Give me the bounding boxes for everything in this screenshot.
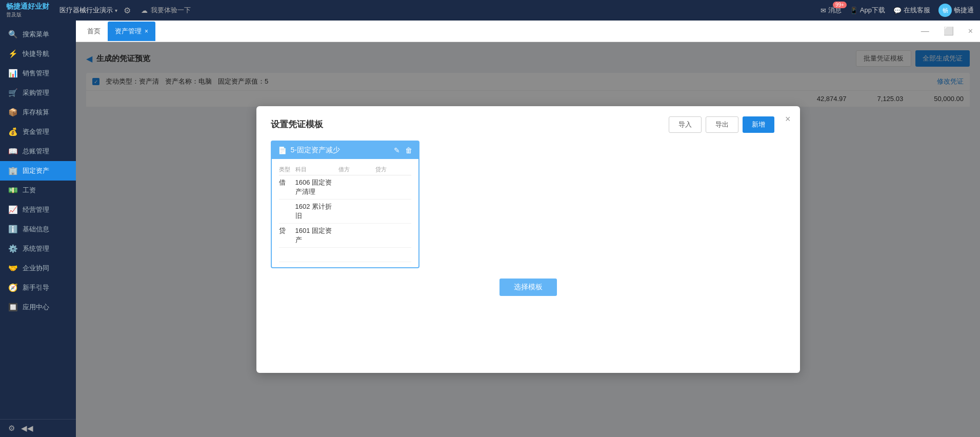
sales-icon: 📊 <box>8 69 17 78</box>
row2-debit <box>338 202 374 221</box>
window-maximize-button[interactable]: ⬜ <box>936 23 961 39</box>
company-dropdown-arrow: ▾ <box>115 8 117 13</box>
modal-overlay: 设置凭证模板 导入 导出 新增 × 📄 5-固定资产减少 <box>76 42 980 437</box>
messages-badge: 99+ <box>833 2 847 8</box>
template-card: 📄 5-固定资产减少 ✎ 🗑 类型 <box>271 141 419 268</box>
app-logo: 畅捷通好业财 普及版 <box>6 2 49 18</box>
online-service-label: 在线客服 <box>904 6 930 15</box>
modal-close-button[interactable]: × <box>785 114 791 124</box>
sidebar-item-label-search: 搜索菜单 <box>23 30 49 39</box>
app-center-icon: 🔲 <box>8 303 17 312</box>
app-download-button[interactable]: 📱 App下载 <box>850 6 885 15</box>
template-row-2: 1602 累计折旧 <box>279 200 411 224</box>
sidebar-item-label-system: 系统管理 <box>23 244 49 253</box>
sidebar-item-app-center[interactable]: 🔲 应用中心 <box>0 297 76 317</box>
tab-home[interactable]: 首页 <box>80 22 108 41</box>
sidebar-item-search[interactable]: 🔍 搜索菜单 <box>0 25 76 44</box>
tab-close-icon[interactable]: × <box>145 28 148 35</box>
quick-nav-icon: ⚡ <box>8 49 17 58</box>
col-type: 类型 <box>279 166 294 173</box>
row2-credit <box>375 202 411 221</box>
sidebar-item-sales[interactable]: 📊 销售管理 <box>0 64 76 83</box>
system-icon: ⚙️ <box>8 244 17 253</box>
col-credit: 贷方 <box>375 166 411 173</box>
app-wrapper: 畅捷通好业财 普及版 医疗器械行业演示 ▾ ⚙ ☁ 我要体验一下 ✉ 消息 99… <box>0 0 980 437</box>
content-main: ◀ 生成的凭证预览 批量凭证模板 全部生成凭证 ✓ 变动类型：资产清 资产名称：… <box>76 42 980 437</box>
row3-account: 1601 固定资产 <box>295 226 337 245</box>
template-card-body: 类型 科目 借方 贷方 借 1606 固定资产清理 <box>272 159 418 267</box>
sidebar-item-payroll[interactable]: 💵 工资 <box>0 181 76 200</box>
sidebar-item-quick-nav[interactable]: ⚡ 快捷导航 <box>0 44 76 64</box>
template-empty-row <box>279 248 411 262</box>
payroll-icon: 💵 <box>8 186 17 195</box>
row2-account: 1602 累计折旧 <box>295 202 337 221</box>
funds-icon: 💰 <box>8 127 17 136</box>
modal-top-actions: 导入 导出 新增 <box>669 116 774 133</box>
sidebar-item-label-payroll: 工资 <box>23 186 36 195</box>
new-template-button[interactable]: 新增 <box>743 116 774 133</box>
service-icon: 💬 <box>893 7 902 14</box>
template-row-3: 贷 1601 固定资产 <box>279 224 411 248</box>
sidebar-item-label-fixed-assets: 固定资产 <box>23 166 49 175</box>
app-download-label: App下载 <box>860 6 885 15</box>
select-template-button[interactable]: 选择模板 <box>499 279 557 296</box>
sidebar-scroll: 🔍 搜索菜单 ⚡ 快捷导航 📊 销售管理 🛒 采购管理 📦 库存核算 💰 资金管… <box>0 21 76 419</box>
sidebar-item-funds[interactable]: 💰 资金管理 <box>0 122 76 142</box>
download-icon: 📱 <box>850 7 858 14</box>
ledger-icon: 📖 <box>8 147 17 156</box>
try-label: 我要体验一下 <box>151 6 191 15</box>
sidebar-top: 🔍 搜索菜单 ⚡ 快捷导航 📊 销售管理 🛒 采购管理 📦 库存核算 💰 资金管… <box>0 21 76 321</box>
template-card-header: 📄 5-固定资产减少 ✎ 🗑 <box>272 142 418 159</box>
sidebar-item-label-operations: 经营管理 <box>23 205 49 214</box>
row1-account: 1606 固定资产清理 <box>295 178 337 196</box>
voucher-template-modal: 设置凭证模板 导入 导出 新增 × 📄 5-固定资产减少 <box>256 106 800 373</box>
template-delete-icon[interactable]: 🗑 <box>405 146 412 154</box>
sidebar-item-inventory[interactable]: 📦 库存核算 <box>0 103 76 122</box>
online-service-button[interactable]: 💬 在线客服 <box>893 6 930 15</box>
sidebar: 🔍 搜索菜单 ⚡ 快捷导航 📊 销售管理 🛒 采购管理 📦 库存核算 💰 资金管… <box>0 21 76 437</box>
sidebar-item-fixed-assets[interactable]: 🏢 固定资产 <box>0 161 76 181</box>
row3-debit <box>338 226 374 245</box>
sidebar-item-guide[interactable]: 🧭 新手引导 <box>0 278 76 297</box>
sidebar-item-operations[interactable]: 📈 经营管理 <box>0 200 76 220</box>
template-edit-icon[interactable]: ✎ <box>394 146 400 154</box>
window-minimize-button[interactable]: — <box>914 23 936 39</box>
messages-button[interactable]: ✉ 消息 99+ <box>821 6 842 15</box>
fixed-assets-icon: 🏢 <box>8 166 17 175</box>
sidebar-item-label-app-center: 应用中心 <box>23 303 49 312</box>
template-name: 5-固定资产减少 <box>291 146 340 155</box>
operations-icon: 📈 <box>8 205 17 214</box>
logo-sub: 普及版 <box>6 11 49 18</box>
row1-debit <box>338 178 374 196</box>
export-button[interactable]: 导出 <box>706 116 738 133</box>
template-doc-icon: 📄 <box>278 146 287 154</box>
sidebar-item-ledger[interactable]: 📖 总账管理 <box>0 142 76 161</box>
import-button[interactable]: 导入 <box>669 116 702 133</box>
content-area: 首页 资产管理 × — ⬜ × ◀ 生成的凭证预览 <box>76 21 980 437</box>
sidebar-item-cooperation[interactable]: 🤝 企业协同 <box>0 259 76 278</box>
sidebar-item-base-info[interactable]: ℹ️ 基础信息 <box>0 220 76 239</box>
collapse-sidebar-icon[interactable]: ◀◀ <box>21 424 33 433</box>
window-close-button[interactable]: × <box>961 23 980 39</box>
company-settings-icon[interactable]: ⚙ <box>124 6 131 15</box>
purchase-icon: 🛒 <box>8 88 17 97</box>
row2-type <box>279 202 294 221</box>
guide-icon: 🧭 <box>8 283 17 292</box>
tab-asset-management-label: 资产管理 <box>115 27 142 36</box>
tab-asset-management[interactable]: 资产管理 × <box>108 22 155 41</box>
inventory-icon: 📦 <box>8 108 17 117</box>
company-selector[interactable]: 医疗器械行业演示 ▾ <box>59 6 117 15</box>
sidebar-item-purchase[interactable]: 🛒 采购管理 <box>0 83 76 103</box>
template-row-1: 借 1606 固定资产清理 <box>279 175 411 200</box>
settings-bottom-icon[interactable]: ⚙ <box>8 424 15 433</box>
search-icon: 🔍 <box>8 30 17 39</box>
sidebar-item-label-inventory: 库存核算 <box>23 108 49 117</box>
try-feature-button[interactable]: ☁ 我要体验一下 <box>141 6 191 15</box>
cloud-icon: ☁ <box>141 7 148 14</box>
sidebar-item-system[interactable]: ⚙️ 系统管理 <box>0 239 76 259</box>
user-profile-button[interactable]: 畅 畅捷通 <box>938 4 974 17</box>
row1-type: 借 <box>279 178 294 196</box>
main-area: 🔍 搜索菜单 ⚡ 快捷导航 📊 销售管理 🛒 采购管理 📦 库存核算 💰 资金管… <box>0 21 980 437</box>
user-label: 畅捷通 <box>954 6 974 15</box>
row3-credit <box>375 226 411 245</box>
